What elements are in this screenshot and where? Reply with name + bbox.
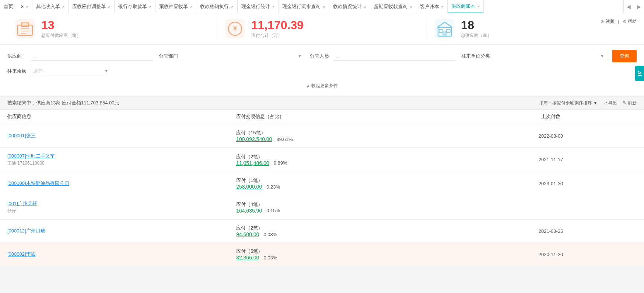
- ai-button[interactable]: Ai: [635, 66, 644, 81]
- nav-next-arrow[interactable]: ▶: [634, 0, 644, 13]
- tab-overdue-close[interactable]: ×: [410, 4, 412, 9]
- refresh-button[interactable]: ↻ 刷新: [623, 100, 637, 106]
- tab-3-label: 3: [21, 4, 24, 9]
- supplier-link[interactable]: [000001]张三: [7, 133, 36, 138]
- tab-3-close[interactable]: ×: [26, 4, 28, 9]
- balance-select-text: 选择...: [33, 68, 47, 74]
- export-icon: ↗: [603, 100, 607, 106]
- trans-amount[interactable]: 258,000.00: [236, 184, 262, 190]
- transaction-cell: 应付（4笔） 164,635.90 0.15%: [236, 201, 465, 214]
- tab-other-income-label: 其他收入单: [36, 3, 60, 10]
- export-button[interactable]: ↗ 导出: [603, 100, 617, 106]
- category-chevron-icon: ▼: [600, 54, 604, 58]
- tab-collection[interactable]: 收款核销执行 ×: [196, 0, 237, 13]
- supplier-cell: [000007]恒旺二手叉车 王通 17106110000: [7, 153, 236, 166]
- tab-cash-stat[interactable]: 现金银行统计 ×: [238, 0, 279, 13]
- ai-label: Ai: [637, 71, 643, 76]
- supplier-cell: [000012]广州贝瑞: [7, 228, 236, 234]
- export-label: 导出: [608, 100, 617, 106]
- tab-collection-close[interactable]: ×: [231, 4, 233, 9]
- supplier-link[interactable]: [001]广州荣轩: [7, 201, 37, 206]
- tab-bank-deposit-close[interactable]: ×: [149, 4, 151, 9]
- trans-label: 应付（15笔）: [236, 130, 465, 136]
- sort-button[interactable]: 排序：按应付余额倒序排序 ▼: [539, 100, 598, 106]
- filter-balance: 往来余额 选择... ▼: [7, 66, 111, 76]
- tab-other-income[interactable]: 其他收入单 ×: [32, 0, 69, 13]
- tab-3[interactable]: 3 ×: [17, 0, 32, 13]
- lastpay-cell: 2020-11-20: [465, 252, 637, 257]
- total-suppliers-label: 总供应商（家）: [461, 32, 492, 39]
- payable-suppliers-label: 总应付供应商（家）: [41, 32, 81, 39]
- video-link[interactable]: ⊙ 视频: [601, 18, 614, 25]
- trans-amount[interactable]: 11,051,486.00: [236, 160, 269, 166]
- tab-prepay-close[interactable]: ×: [190, 4, 192, 9]
- trans-percent: 9.89%: [274, 160, 287, 166]
- tab-customer-ledger[interactable]: 客户账本 ×: [416, 0, 448, 13]
- tab-overdue[interactable]: 超期应收款查询 ×: [370, 0, 416, 13]
- tab-cash-stat-close[interactable]: ×: [272, 4, 274, 9]
- filter-supplier: 供应商: [7, 52, 153, 61]
- lastpay-cell: 2023-01-30: [465, 181, 637, 186]
- dept-select[interactable]: ▼: [182, 52, 304, 60]
- tab-home[interactable]: 首页: [0, 0, 17, 13]
- transaction-cell: 应付（2笔） 94,600.00 0.08%: [236, 225, 465, 237]
- trans-amount[interactable]: 100,092,540.00: [236, 136, 272, 142]
- tab-cash-flow-close[interactable]: ×: [323, 4, 325, 9]
- trans-inner: 258,000.00 0.23%: [236, 184, 465, 190]
- result-right-actions: 排序：按应付余额倒序排序 ▼ ↗ 导出 ↻ 刷新: [539, 100, 637, 106]
- category-select[interactable]: ▼: [493, 52, 607, 60]
- table-header: 供应商信息 应付交易信息（占比） 上次付数: [0, 110, 644, 124]
- supplier-link[interactable]: [000002]李四: [7, 251, 36, 257]
- tab-bank-deposit[interactable]: 银行存取款单 ×: [115, 0, 155, 13]
- dept-chevron-icon: ▼: [298, 54, 302, 58]
- refresh-label: 刷新: [628, 100, 637, 106]
- tab-collection-stat-close[interactable]: ×: [364, 4, 366, 9]
- trans-amount[interactable]: 32,366.00: [236, 255, 259, 261]
- supplier-cell: [000002]李四: [7, 251, 236, 258]
- balance-select[interactable]: 选择... ▼: [31, 66, 111, 76]
- supplier-link[interactable]: [000100]本特勤油品有限公司: [7, 180, 69, 186]
- trans-inner: 164,635.90 0.15%: [236, 208, 465, 214]
- table-body: [000001]张三 应付（15笔） 100,092,540.00 89.61%…: [0, 124, 644, 266]
- search-button[interactable]: 查询: [612, 50, 637, 62]
- collapse-up-icon: ∧: [307, 83, 310, 89]
- supplier-link[interactable]: [000012]广州贝瑞: [7, 228, 45, 234]
- tab-supplier-ledger-label: 供应商账本: [451, 3, 475, 10]
- person-filter-label: 分管人员: [310, 53, 330, 59]
- trans-inner: 11,051,486.00 9.89%: [236, 160, 465, 166]
- tab-ar-ap-adjust-close[interactable]: ×: [108, 4, 110, 9]
- trans-amount[interactable]: 94,600.00: [236, 231, 259, 237]
- tab-ar-ap-adjust-label: 应收应付调整单: [72, 3, 106, 10]
- tab-supplier-ledger-close[interactable]: ×: [477, 4, 480, 8]
- tab-cash-flow[interactable]: 现金银行流水查询 ×: [279, 0, 329, 13]
- col-header-supplier: 供应商信息: [7, 113, 236, 120]
- person-input[interactable]: [333, 52, 455, 61]
- total-suppliers-number: 18: [461, 19, 492, 32]
- tab-prepay[interactable]: 预收冲应收单 ×: [155, 0, 196, 13]
- tab-collection-stat[interactable]: 收款情况统计 ×: [329, 0, 370, 13]
- trans-amount[interactable]: 164,635.90: [236, 208, 262, 214]
- trans-label: 应付（2笔）: [236, 225, 465, 231]
- help-link[interactable]: ⊙ 帮助: [623, 18, 637, 25]
- nav-prev-arrow[interactable]: ◀: [623, 0, 634, 13]
- collapse-button[interactable]: ∧ 收起更多条件: [7, 81, 637, 90]
- svg-rect-11: [442, 31, 447, 36]
- tab-other-income-close[interactable]: ×: [62, 4, 64, 9]
- collapse-label: 收起更多条件: [311, 83, 338, 89]
- video-label: 视频: [606, 19, 615, 24]
- tab-supplier-ledger[interactable]: 供应商账本 ×: [448, 0, 484, 13]
- sort-chevron-icon: ▼: [593, 100, 598, 106]
- stat-payable-amount: ¥ 11,170.39 应付合计（万）: [217, 18, 427, 39]
- header-right-links: ⊙ 视频 | ⊙ 帮助: [601, 18, 637, 25]
- tab-customer-ledger-close[interactable]: ×: [441, 4, 444, 9]
- supplier-link[interactable]: [000007]恒旺二手叉车: [7, 153, 55, 159]
- transaction-cell: 应付（2笔） 11,051,486.00 9.89%: [236, 154, 465, 166]
- category-filter-label: 往来单位分类: [461, 53, 490, 59]
- lastpay-cell: 2021-11-17: [465, 157, 637, 162]
- tab-ar-ap-adjust[interactable]: 应收应付调整单 ×: [69, 0, 114, 13]
- dept-filter-label: 分管部门: [159, 53, 179, 59]
- trans-label: 应付（4笔）: [236, 201, 465, 208]
- result-bar: 搜索结果中，供应商13家 应付金额111,703,854.00元 排序：按应付余…: [0, 97, 644, 110]
- supplier-input[interactable]: [31, 52, 153, 61]
- data-table: 供应商信息 应付交易信息（占比） 上次付数 [000001]张三 应付（15笔）…: [0, 110, 644, 266]
